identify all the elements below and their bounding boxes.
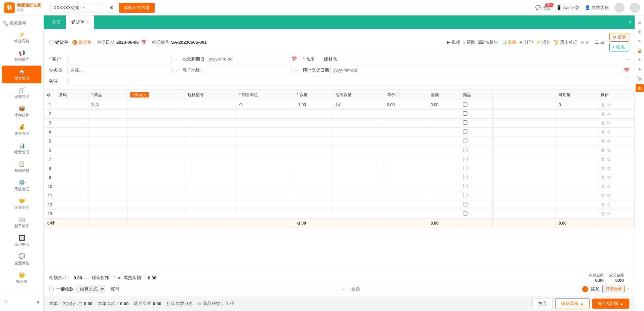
row-pkg-qty[interactable] (333, 119, 384, 128)
row-unit-price[interactable] (384, 182, 428, 191)
row-gift[interactable] (460, 110, 492, 119)
row-spec[interactable] (185, 209, 236, 219)
row-unit-price[interactable] (384, 155, 428, 164)
row-amount[interactable] (428, 119, 460, 128)
delete-icon[interactable]: 🗑 (601, 202, 605, 207)
row-spec[interactable] (185, 173, 236, 182)
addr-dots[interactable]: ··· (293, 68, 297, 73)
row-product[interactable] (88, 173, 127, 182)
delete-icon[interactable]: 🗑 (601, 120, 605, 125)
delete-icon[interactable]: 🗑 (601, 193, 605, 198)
row-unit-price[interactable] (384, 200, 428, 209)
app-download-button[interactable]: 📱 App下载 (556, 5, 579, 11)
row-gift[interactable] (460, 173, 492, 182)
rt-clip-btn[interactable]: 📎 (636, 75, 644, 83)
row-barcode[interactable] (56, 119, 88, 128)
row-gift[interactable] (460, 155, 492, 164)
row-amount[interactable] (428, 128, 460, 137)
row-qty[interactable] (294, 128, 333, 137)
row-unit-price[interactable] (384, 209, 428, 219)
row-unit[interactable] (236, 209, 294, 219)
sidebar-search[interactable]: 🔍 搜索菜单 (0, 18, 43, 28)
save-draft-button[interactable]: 保存草稿 ▲ (555, 298, 590, 309)
row-barcode[interactable] (56, 173, 88, 182)
remark-input[interactable] (67, 77, 629, 85)
tabs-close-all-icon[interactable]: × (629, 19, 632, 25)
row-unit-price[interactable] (384, 173, 428, 182)
row-product[interactable] (88, 146, 127, 155)
row-gift[interactable] (460, 209, 492, 219)
row-unit[interactable] (236, 173, 294, 182)
sidebar-settings-icon[interactable]: ⚙ (4, 299, 8, 304)
row-qty[interactable] (294, 137, 333, 146)
calendar-icon[interactable]: 📅 (141, 40, 146, 45)
radio-sales-order[interactable]: 销货单 (49, 39, 68, 45)
row-unit[interactable] (236, 146, 294, 155)
fee-split-button[interactable]: 费用分摊 (602, 285, 624, 293)
delete-icon[interactable]: 🗑 (601, 166, 605, 171)
copy-icon[interactable]: ⧉ (607, 211, 610, 216)
row-unit-price[interactable] (384, 110, 428, 119)
row-spec[interactable] (185, 155, 236, 164)
logistics-button[interactable]: + 物流 (609, 43, 629, 51)
row-barcode[interactable] (56, 155, 88, 164)
delete-icon[interactable]: 🗑 (601, 148, 605, 153)
fee-help-icon[interactable]: ? (627, 287, 629, 291)
copy-icon[interactable]: ⧉ (607, 129, 610, 134)
print-btn[interactable]: 🖨 打印 (519, 39, 533, 45)
copy-icon[interactable]: ⧉ (607, 111, 610, 116)
help-btn[interactable]: ? 帮助 (463, 39, 475, 45)
row-unit[interactable] (236, 191, 294, 200)
row-pkg-qty[interactable] (333, 110, 384, 119)
shortcut-btn[interactable]: ⌨ 快捷键 (478, 39, 498, 45)
row-barcode[interactable] (56, 182, 88, 191)
row-spec[interactable] (185, 146, 236, 155)
row-gift[interactable] (460, 182, 492, 191)
row-unit-price[interactable] (384, 128, 428, 137)
row-amount[interactable] (428, 146, 460, 155)
row-spec[interactable] (185, 191, 236, 200)
row-unit[interactable] (236, 119, 294, 128)
copy-icon[interactable]: ⧉ (607, 102, 610, 107)
sidebar-item-quick-nav[interactable]: ⚡ 快捷导航 (2, 29, 41, 46)
staff-input[interactable] (67, 66, 172, 74)
row-unit-price[interactable] (384, 146, 428, 155)
row-qty[interactable] (294, 191, 333, 200)
row-qty[interactable] (294, 119, 333, 128)
copy-icon[interactable]: ⧉ (607, 157, 610, 162)
sidebar-item-system[interactable]: ⚙️ 系统管理 (2, 177, 41, 194)
row-gift[interactable] (460, 100, 492, 110)
row-gift[interactable] (460, 146, 492, 155)
sidebar-collapse-icon[interactable]: ◀ (36, 299, 39, 304)
sidebar-item-inventory[interactable]: 📦 库存核算 (2, 103, 41, 120)
staff-dots[interactable]: ··· (173, 68, 177, 73)
row-amount[interactable] (428, 182, 460, 191)
pay-amount-input[interactable] (348, 285, 579, 293)
row-qty[interactable] (294, 146, 333, 155)
settings-form-button[interactable]: ⚙ 设置 (609, 33, 629, 42)
row-amount[interactable] (428, 155, 460, 164)
rt-lock-btn[interactable]: 🔒 (636, 46, 644, 54)
history-btn[interactable]: 📜 历史单据 (554, 39, 577, 45)
row-product[interactable] (88, 164, 127, 173)
row-pkg-qty[interactable] (333, 182, 384, 191)
row-spec[interactable] (185, 164, 236, 173)
delete-icon[interactable]: 🗑 (601, 184, 605, 189)
row-unit[interactable] (236, 164, 294, 173)
delete-icon[interactable]: 🗑 (601, 102, 605, 107)
delete-icon[interactable]: 🗑 (601, 139, 605, 144)
row-unit-price[interactable] (384, 119, 428, 128)
receive-date-calendar-icon[interactable]: 📅 (292, 56, 297, 62)
row-qty[interactable] (294, 182, 333, 191)
row-barcode[interactable] (56, 164, 88, 173)
row-unit-price[interactable] (384, 164, 428, 173)
message-button[interactable]: 💬 消息 99+ (535, 5, 551, 11)
row-amount[interactable] (428, 200, 460, 209)
save-new-button[interactable]: 保存&新增 ▲ (592, 299, 629, 309)
row-barcode[interactable] (56, 110, 88, 119)
row-pkg-qty[interactable] (333, 191, 384, 200)
row-qty[interactable] (294, 155, 333, 164)
row-spec[interactable] (185, 100, 236, 110)
sidebar-item-marketing[interactable]: 📢 营销推广 (2, 47, 41, 65)
row-barcode[interactable] (56, 100, 88, 110)
